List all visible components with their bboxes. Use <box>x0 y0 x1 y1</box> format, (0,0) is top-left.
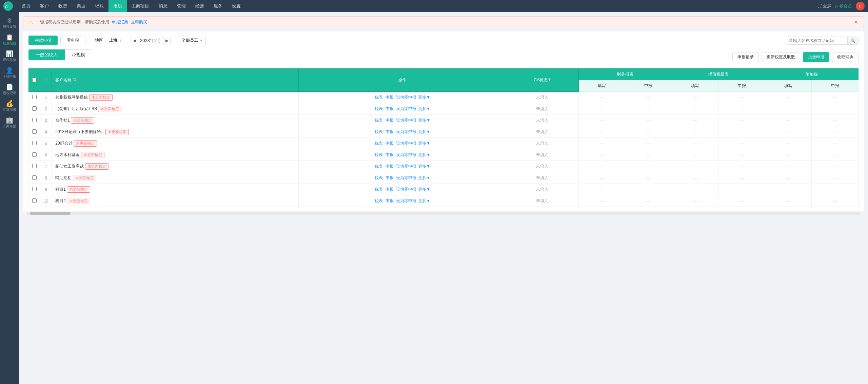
op-tax-form[interactable]: 税表 <box>375 129 383 134</box>
op-declare[interactable]: 申报 <box>386 175 394 180</box>
tab-tax-declaration[interactable]: 税款申报 <box>28 36 58 45</box>
nav-item-message[interactable]: 消息 <box>154 0 172 12</box>
op-zero-declare[interactable]: 设为零申报 <box>396 152 416 157</box>
nav-item-home[interactable]: 首页 <box>17 0 35 12</box>
nav-item-manage[interactable]: 管理 <box>172 0 191 12</box>
row-ca-status: 未填入 <box>506 184 578 195</box>
row-ca-status: 未填入 <box>506 115 578 126</box>
op-zero-declare[interactable]: 设为零申报 <box>396 106 416 111</box>
op-more[interactable]: 更多▼ <box>418 141 430 146</box>
op-more[interactable]: 更多▼ <box>418 152 430 157</box>
sidebar-item-tax-overview[interactable]: 📊 报税总览 <box>0 48 19 65</box>
row-checkbox[interactable] <box>32 106 37 111</box>
op-more[interactable]: 更多▼ <box>418 198 430 203</box>
batch-declare-button[interactable]: 批量申报 <box>803 52 829 62</box>
op-zero-declare[interactable]: 设为零申报 <box>396 95 416 100</box>
row-checkbox[interactable] <box>32 118 37 122</box>
op-declare[interactable]: 申报 <box>386 129 394 134</box>
op-tax-form[interactable]: 税表 <box>375 187 383 192</box>
row-extra-fill: — <box>765 103 812 115</box>
date-prev-button[interactable]: ◀ <box>131 37 138 44</box>
row-checkbox[interactable] <box>32 95 37 99</box>
nav-item-tax[interactable]: 报税 <box>108 0 127 12</box>
nav-item-service[interactable]: 服务 <box>209 0 227 12</box>
sidebar-item-business-annual[interactable]: 🏢 工商年报 <box>0 114 19 131</box>
op-tax-form[interactable]: 税表 <box>375 164 383 169</box>
nav-item-business[interactable]: 工商项目 <box>127 0 154 12</box>
horizontal-scrollbar[interactable] <box>23 211 864 215</box>
row-checkbox[interactable] <box>32 198 37 203</box>
op-more[interactable]: 更多▼ <box>418 187 430 192</box>
op-zero-declare[interactable]: 设为零申报 <box>396 175 416 180</box>
search-input[interactable] <box>786 37 847 44</box>
row-checkbox[interactable] <box>32 152 37 157</box>
col-ca-status: CA状态 ℹ <box>506 69 578 92</box>
op-more[interactable]: 更多▼ <box>418 175 430 180</box>
op-zero-declare[interactable]: 设为零申报 <box>396 118 416 123</box>
op-tax-form[interactable]: 税表 <box>375 95 383 100</box>
tab-general-taxpayer[interactable]: 一般的税人 <box>28 49 65 60</box>
fullscreen-button[interactable]: ⛶ 全屏 <box>817 3 831 9</box>
scroll-thumb[interactable] <box>30 212 71 215</box>
op-zero-declare[interactable]: 设为零申报 <box>396 129 416 134</box>
select-all-checkbox[interactable] <box>32 78 37 82</box>
nav-item-settings[interactable]: 设置 <box>227 0 245 12</box>
row-checkbox[interactable] <box>32 141 37 145</box>
op-declare[interactable]: 申报 <box>386 106 394 111</box>
banner-close-button[interactable]: ✕ <box>854 20 858 25</box>
op-more[interactable]: 更多▼ <box>418 129 430 134</box>
row-checkbox[interactable] <box>32 175 37 180</box>
region-info-icon[interactable]: ℹ <box>119 38 121 43</box>
op-more[interactable]: 更多▼ <box>418 118 430 123</box>
collect-receipt-button[interactable]: 收取回执 <box>832 52 859 62</box>
op-tax-form[interactable]: 税表 <box>375 141 383 146</box>
op-declare[interactable]: 申报 <box>386 187 394 192</box>
trial-banner: ⚠ 一键报税功能已过试用期，请购买后使用 申报汇票 立即购买 ✕ <box>23 16 864 28</box>
op-declare[interactable]: 申报 <box>386 95 394 100</box>
op-declare[interactable]: 申报 <box>386 198 394 203</box>
op-declare[interactable]: 申报 <box>386 164 394 169</box>
nav-item-client[interactable]: 客户 <box>35 0 54 12</box>
sidebar-item-tax-record[interactable]: 📄 报税记录 <box>0 81 19 98</box>
op-more[interactable]: 更多▼ <box>418 164 430 169</box>
nav-item-invoice[interactable]: 票据 <box>72 0 90 12</box>
row-checkbox[interactable] <box>32 187 37 191</box>
op-more[interactable]: 更多▼ <box>418 106 430 111</box>
banner-link-buy[interactable]: 立即购买 <box>131 19 147 25</box>
op-tax-form[interactable]: 税表 <box>375 106 383 111</box>
op-more[interactable]: 更多▼ <box>418 95 430 100</box>
nav-item-billing[interactable]: 收费 <box>54 0 72 12</box>
row-vat-fill: — <box>672 149 718 161</box>
tab-small-scale[interactable]: 小规模 <box>65 49 92 60</box>
op-tax-form[interactable]: 税表 <box>375 118 383 123</box>
nav-item-accounting[interactable]: 记账 <box>90 0 108 12</box>
op-zero-declare[interactable]: 设为零申报 <box>396 164 416 169</box>
row-checkbox[interactable] <box>32 164 37 168</box>
tab-zero-declaration[interactable]: 零申报 <box>60 36 85 45</box>
row-client-name: 地方水利基金 未更新核定 <box>52 149 299 161</box>
search-button[interactable]: 🔍 <box>847 37 858 44</box>
sidebar-item-personal-tax[interactable]: 👤 个税申报 <box>0 65 19 81</box>
op-tax-form[interactable]: 税表 <box>375 175 383 180</box>
sidebar-item-batch-tax[interactable]: 📋 批量报税 <box>0 31 19 48</box>
update-tax-button[interactable]: 更新税定及取数 <box>762 52 800 62</box>
row-checkbox[interactable] <box>32 129 37 134</box>
vip-button[interactable]: ▷ 畅会员 <box>835 3 852 9</box>
op-tax-form[interactable]: 税表 <box>375 152 383 157</box>
op-declare[interactable]: 申报 <box>386 118 394 123</box>
declaration-record-button[interactable]: 申报记录 <box>732 52 759 62</box>
avatar[interactable]: U <box>856 2 865 10</box>
op-declare[interactable]: 申报 <box>386 152 394 157</box>
op-zero-declare[interactable]: 设为零申报 <box>396 187 416 192</box>
nav-item-operate[interactable]: 经营 <box>191 0 209 12</box>
date-next-button[interactable]: ▶ <box>163 37 171 44</box>
col-finance-declare: 申报 <box>625 80 672 92</box>
staff-dropdown[interactable]: 全部员工 ▼ <box>179 36 206 45</box>
banner-link-report[interactable]: 申报汇票 <box>112 19 128 25</box>
sidebar-item-tax-settings[interactable]: ⚙ 报税设置 <box>0 15 19 31</box>
op-zero-declare[interactable]: 设为零申报 <box>396 141 416 146</box>
sidebar-item-annual-settle[interactable]: 💰 汇算清缴 <box>0 98 19 114</box>
op-declare[interactable]: 申报 <box>386 141 394 146</box>
op-tax-form[interactable]: 税表 <box>375 198 383 203</box>
op-zero-declare[interactable]: 设为零申报 <box>396 198 416 203</box>
